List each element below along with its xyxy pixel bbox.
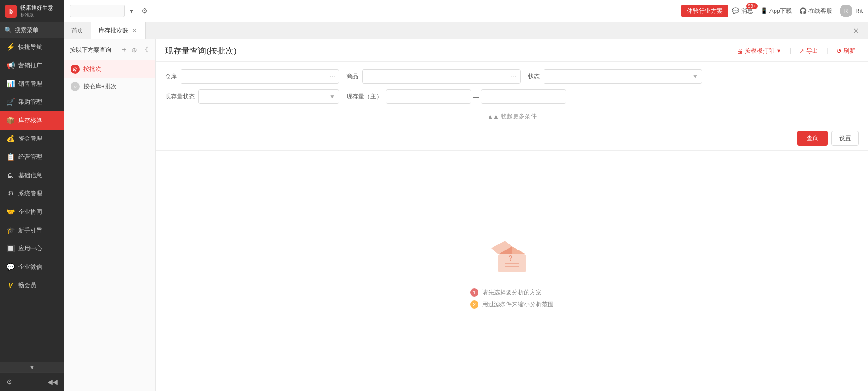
status-dropdown-icon: ▼	[692, 73, 698, 80]
sidebar-item-enterprise[interactable]: 🤝 企业协同	[0, 203, 64, 221]
warehouse-input[interactable]	[185, 73, 328, 80]
sidebar-settings-button[interactable]: ⚙	[5, 376, 14, 387]
sidebar-nav: ⚡ 快捷导航 📢 营销推广 📊 销售管理 🛒 采购管理 📦 库存核算 💰 资金管…	[0, 38, 64, 362]
goods-more-icon[interactable]: ···	[511, 73, 516, 80]
online-service-button[interactable]: 🎧 在线客服	[799, 7, 832, 15]
tab-home[interactable]: 首页	[64, 22, 91, 39]
sidebar-item-label: 采购管理	[18, 98, 42, 106]
sidebar-item-label: 企业微信	[18, 263, 42, 271]
tip-num-1: 1	[470, 288, 478, 297]
sidebar-item-label: 畅会员	[18, 281, 36, 289]
query-button[interactable]: 查询	[797, 131, 828, 146]
sidebar-item-basic-info[interactable]: 🗂 基础信息	[0, 166, 64, 185]
topbar-settings-button[interactable]: ⚙	[138, 5, 150, 16]
refresh-label: 刷新	[843, 47, 855, 55]
sidebar-item-label: 基础信息	[18, 171, 42, 179]
stock-status-label: 现存量状态	[165, 92, 195, 101]
scheme-batch-icon: ◎	[71, 65, 80, 74]
filter-row-1: 仓库 ··· 商品 ···	[165, 69, 859, 84]
action-bar: 查询 设置	[156, 126, 868, 151]
topbar-search-input[interactable]	[70, 5, 125, 17]
sidebar-item-finance[interactable]: 💰 资金管理	[0, 130, 64, 148]
sidebar-item-label: 营销推广	[18, 61, 42, 70]
sidebar-item-operations[interactable]: 📋 经营管理	[0, 148, 64, 166]
sidebar-item-vip[interactable]: V 畅会员	[0, 276, 64, 294]
settings-button[interactable]: 设置	[831, 131, 859, 146]
print-button[interactable]: 🖨 按模板打印 ▼	[733, 45, 785, 57]
sidebar-item-marketing[interactable]: 📢 营销推广	[0, 56, 64, 75]
warehouse-field: 仓库 ···	[165, 69, 339, 84]
collapse-button[interactable]: ▲▲ 收起更多条件	[165, 109, 859, 122]
print-label: 按模板打印	[745, 47, 775, 55]
enterprise-icon: 🤝	[6, 208, 15, 216]
sidebar-item-label: 快捷导航	[18, 43, 42, 51]
sidebar-item-app-center[interactable]: 🔲 应用中心	[0, 239, 64, 258]
export-button[interactable]: ↗ 导出	[796, 45, 822, 57]
status-select[interactable]: ▼	[544, 69, 702, 84]
refresh-icon: ↺	[836, 48, 841, 54]
topbar: ▼ ⚙ 体验行业方案 💬 消息 99+ 📱 App下载 🎧 在线客服 R Rit	[64, 0, 868, 22]
scheme-warehouse-batch[interactable]: ○ 按仓库+批次	[64, 78, 155, 95]
app-download-icon: 📱	[760, 7, 768, 14]
app-version: 标准版	[20, 12, 53, 18]
sidebar-item-enterprise-wechat[interactable]: 💬 企业微信	[0, 258, 64, 276]
sidebar-footer: ⚙ ◀◀	[0, 372, 64, 391]
sidebar-item-sales[interactable]: 📊 销售管理	[0, 75, 64, 93]
scheme-settings-button[interactable]: ⊕	[131, 45, 138, 54]
inventory-icon: 📦	[6, 116, 15, 125]
topbar-dropdown-button[interactable]: ▼	[126, 6, 137, 16]
add-scheme-button[interactable]: ＋	[120, 44, 129, 55]
sidebar-item-purchase[interactable]: 🛒 采购管理	[0, 93, 64, 111]
messages-badge: 99+	[746, 3, 758, 9]
stock-qty-to-input[interactable]	[481, 89, 566, 104]
tip-num-2: 2	[470, 300, 478, 309]
stock-status-select[interactable]: ▼	[198, 89, 339, 104]
goods-input-wrap[interactable]: ···	[362, 69, 521, 84]
scheme-warehouse-batch-label: 按仓库+批次	[83, 82, 117, 91]
tip-text-1: 请先选择要分析的方案	[482, 288, 542, 297]
warehouse-more-icon[interactable]: ···	[330, 73, 335, 80]
sidebar-item-new-guide[interactable]: 🎓 新手引导	[0, 221, 64, 239]
filter-panel-actions: ＋ ⊕ 《	[120, 44, 150, 55]
sidebar: b 畅康通好生意 标准版 🔍 搜索菜单 ⚡ 快捷导航 📢 营销推广 📊 销售管理…	[0, 0, 64, 391]
sidebar-search[interactable]: 🔍 搜索菜单	[0, 22, 64, 38]
filter-panel-collapse-button[interactable]: 《	[140, 45, 150, 55]
scheme-batch[interactable]: ◎ 按批次	[64, 60, 155, 78]
sidebar-item-quick-nav[interactable]: ⚡ 快捷导航	[0, 38, 64, 56]
search-icon: 🔍	[5, 27, 12, 33]
purchase-icon: 🛒	[6, 98, 15, 106]
warehouse-input-wrap[interactable]: ···	[181, 69, 339, 84]
sidebar-item-label: 经营管理	[18, 153, 42, 161]
app-download-label: App下载	[769, 7, 792, 15]
online-service-label: 在线客服	[808, 7, 832, 15]
sales-icon: 📊	[6, 80, 15, 88]
tab-panel-close-button[interactable]: ✕	[853, 26, 859, 35]
trial-button[interactable]: 体验行业方案	[681, 5, 728, 17]
stock-status-field: 现存量状态 ▼	[165, 89, 339, 104]
empty-state: ? 1 请先选择要分析的方案 2 用过滤条件来缩小分析范围	[156, 151, 868, 391]
page-title: 现存量查询(按批次)	[165, 45, 236, 56]
sidebar-scroll-down[interactable]: ▼	[0, 362, 64, 372]
goods-input[interactable]	[366, 73, 509, 80]
app-logo-icon: b	[5, 5, 17, 18]
page-header: 现存量查询(按批次) 🖨 按模板打印 ▼ | ↗ 导出 | ↺	[156, 39, 868, 62]
tab-inventory-batch[interactable]: 库存批次账 ✕	[91, 22, 146, 39]
sidebar-item-label: 应用中心	[18, 244, 42, 253]
app-name: 畅康通好生意	[20, 5, 53, 12]
app-download-button[interactable]: 📱 App下载	[760, 7, 792, 15]
filter-form: 仓库 ··· 商品 ···	[156, 62, 868, 126]
content-area: 按以下方案查询 ＋ ⊕ 《 ◎ 按批次 ○ 按仓库+批次 现存量查询(按批次)	[64, 39, 868, 391]
user-menu[interactable]: R Rit	[840, 5, 863, 17]
tab-close-button[interactable]: ✕	[131, 27, 138, 33]
filter-panel: 按以下方案查询 ＋ ⊕ 《 ◎ 按批次 ○ 按仓库+批次	[64, 39, 156, 391]
tab-home-label: 首页	[71, 27, 83, 35]
marketing-icon: 📢	[6, 61, 15, 70]
sidebar-item-inventory[interactable]: 📦 库存核算	[0, 111, 64, 130]
sidebar-collapse-button[interactable]: ◀◀	[46, 376, 60, 387]
sidebar-item-system[interactable]: ⚙ 系统管理	[0, 185, 64, 203]
empty-illustration: ?	[489, 234, 535, 279]
sidebar-search-label: 搜索菜单	[15, 26, 38, 34]
stock-qty-from-input[interactable]	[386, 89, 471, 104]
refresh-button[interactable]: ↺ 刷新	[833, 45, 859, 57]
messages-button[interactable]: 💬 消息 99+	[732, 7, 753, 15]
